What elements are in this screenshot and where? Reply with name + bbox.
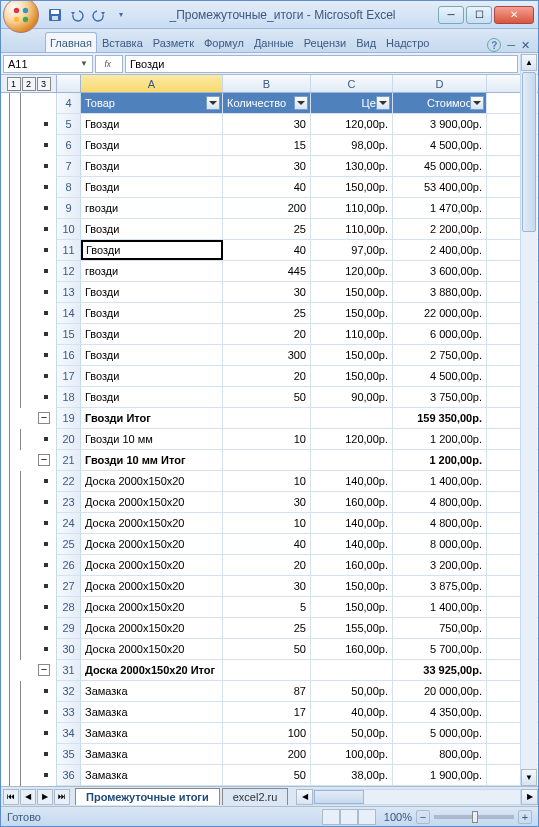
cell[interactable]: Доска 2000х150х20 bbox=[81, 555, 223, 575]
undo-icon[interactable] bbox=[69, 7, 85, 23]
zoom-out-button[interactable]: − bbox=[416, 810, 430, 824]
cell[interactable]: 1 400,00р. bbox=[393, 597, 487, 617]
tab-layout[interactable]: Разметк bbox=[148, 32, 199, 52]
tab-view[interactable]: Вид bbox=[351, 32, 381, 52]
cell[interactable]: 53 400,00р. bbox=[393, 177, 487, 197]
cell[interactable]: Замазка bbox=[81, 744, 223, 764]
formula-input[interactable]: Гвозди bbox=[125, 55, 518, 73]
cell[interactable]: 50 bbox=[223, 387, 311, 407]
row-header[interactable]: 33 bbox=[57, 702, 81, 722]
cell[interactable]: Доска 2000х150х20 bbox=[81, 513, 223, 533]
header-товар[interactable]: Товар bbox=[81, 93, 223, 113]
cell[interactable]: 22 000,00р. bbox=[393, 303, 487, 323]
cell[interactable]: 40 bbox=[223, 240, 311, 260]
cell[interactable]: 100 bbox=[223, 723, 311, 743]
cell[interactable]: Гвозди Итог bbox=[81, 408, 223, 428]
cell[interactable]: 150,00р. bbox=[311, 282, 393, 302]
cell[interactable]: 800,00р. bbox=[393, 744, 487, 764]
cell[interactable]: 50,00р. bbox=[311, 723, 393, 743]
cell[interactable]: Замазка bbox=[81, 681, 223, 701]
row-header[interactable]: 35 bbox=[57, 744, 81, 764]
maximize-button[interactable]: ☐ bbox=[466, 6, 492, 24]
cell[interactable]: 4 500,00р. bbox=[393, 366, 487, 386]
cell[interactable] bbox=[311, 408, 393, 428]
zoom-value[interactable]: 100% bbox=[384, 811, 412, 823]
cell[interactable]: Гвозди bbox=[81, 303, 223, 323]
cell[interactable]: 159 350,00р. bbox=[393, 408, 487, 428]
cell[interactable]: 120,00р. bbox=[311, 429, 393, 449]
cell[interactable]: Гвозди bbox=[81, 282, 223, 302]
cell[interactable]: 6 000,00р. bbox=[393, 324, 487, 344]
row-header[interactable]: 14 bbox=[57, 303, 81, 323]
cell[interactable]: 50 bbox=[223, 639, 311, 659]
outline-level-2[interactable]: 2 bbox=[22, 77, 36, 91]
cell[interactable]: 10 bbox=[223, 471, 311, 491]
row-header[interactable]: 29 bbox=[57, 618, 81, 638]
redo-icon[interactable] bbox=[91, 7, 107, 23]
row-header[interactable]: 23 bbox=[57, 492, 81, 512]
cell[interactable]: 30 bbox=[223, 156, 311, 176]
cell[interactable]: Доска 2000х150х20 bbox=[81, 534, 223, 554]
cell[interactable]: 38,00р. bbox=[311, 765, 393, 785]
view-normal-icon[interactable] bbox=[322, 809, 340, 825]
cell[interactable]: Гвозди bbox=[81, 324, 223, 344]
cell[interactable]: 1 200,00р. bbox=[393, 450, 487, 470]
row-header[interactable]: 6 bbox=[57, 135, 81, 155]
filter-button-icon[interactable] bbox=[206, 96, 220, 110]
tab-review[interactable]: Рецензи bbox=[299, 32, 352, 52]
minimize-button[interactable]: ─ bbox=[438, 6, 464, 24]
row-header[interactable]: 9 bbox=[57, 198, 81, 218]
cell[interactable]: 160,00р. bbox=[311, 492, 393, 512]
row-header[interactable]: 22 bbox=[57, 471, 81, 491]
cell[interactable]: Замазка bbox=[81, 702, 223, 722]
row-header[interactable]: 18 bbox=[57, 387, 81, 407]
view-layout-icon[interactable] bbox=[340, 809, 358, 825]
row-header[interactable]: 32 bbox=[57, 681, 81, 701]
close-button[interactable]: ✕ bbox=[494, 6, 534, 24]
cell[interactable]: гвозди bbox=[81, 198, 223, 218]
row-header[interactable]: 17 bbox=[57, 366, 81, 386]
cell[interactable]: 4 350,00р. bbox=[393, 702, 487, 722]
cell[interactable]: 50 bbox=[223, 765, 311, 785]
row-header[interactable]: 20 bbox=[57, 429, 81, 449]
row-header[interactable]: 24 bbox=[57, 513, 81, 533]
cell[interactable]: 110,00р. bbox=[311, 324, 393, 344]
cell[interactable] bbox=[223, 660, 311, 680]
outline-collapse-icon[interactable]: − bbox=[38, 454, 50, 466]
column-header-a[interactable]: A bbox=[81, 75, 223, 92]
cell[interactable]: 3 750,00р. bbox=[393, 387, 487, 407]
row-header[interactable]: 26 bbox=[57, 555, 81, 575]
cell[interactable]: Замазка bbox=[81, 765, 223, 785]
cell[interactable]: 150,00р. bbox=[311, 177, 393, 197]
tab-nav-last-icon[interactable]: ⏭ bbox=[54, 789, 70, 805]
cell[interactable]: 30 bbox=[223, 282, 311, 302]
cell[interactable]: 445 bbox=[223, 261, 311, 281]
row-header[interactable]: 30 bbox=[57, 639, 81, 659]
cell[interactable]: 100,00р. bbox=[311, 744, 393, 764]
cell[interactable]: Доска 2000х150х20 bbox=[81, 639, 223, 659]
hscroll-track[interactable] bbox=[313, 789, 521, 805]
outline-collapse-icon[interactable]: − bbox=[38, 412, 50, 424]
scroll-up-button[interactable]: ▲ bbox=[521, 54, 537, 71]
cell[interactable] bbox=[311, 660, 393, 680]
cell[interactable]: Доска 2000х150х20 bbox=[81, 576, 223, 596]
row-header[interactable]: 5 bbox=[57, 114, 81, 134]
cell[interactable]: 10 bbox=[223, 429, 311, 449]
scroll-thumb[interactable] bbox=[522, 72, 536, 232]
cell[interactable] bbox=[223, 408, 311, 428]
cell[interactable]: 45 000,00р. bbox=[393, 156, 487, 176]
filter-button-icon[interactable] bbox=[470, 96, 484, 110]
name-box-dropdown-icon[interactable]: ▼ bbox=[80, 59, 88, 68]
cell[interactable]: 150,00р. bbox=[311, 576, 393, 596]
column-header-b[interactable]: B bbox=[223, 75, 311, 92]
save-icon[interactable] bbox=[47, 7, 63, 23]
cell[interactable]: 120,00р. bbox=[311, 261, 393, 281]
cell[interactable]: Доска 2000х150х20 bbox=[81, 471, 223, 491]
cell[interactable]: 97,00р. bbox=[311, 240, 393, 260]
cell[interactable]: 110,00р. bbox=[311, 219, 393, 239]
cell[interactable]: 150,00р. bbox=[311, 366, 393, 386]
cell[interactable]: Доска 2000х150х20 bbox=[81, 597, 223, 617]
hscroll-thumb[interactable] bbox=[314, 790, 364, 804]
row-header[interactable]: 25 bbox=[57, 534, 81, 554]
view-break-icon[interactable] bbox=[358, 809, 376, 825]
